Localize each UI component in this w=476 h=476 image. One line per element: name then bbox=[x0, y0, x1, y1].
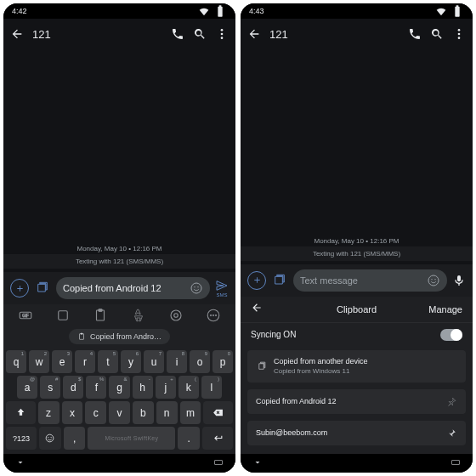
svg-rect-10 bbox=[99, 309, 103, 312]
svg-rect-18 bbox=[81, 333, 83, 335]
phone-right: 4:43 121 Monday, May 10 • 12:16 PM Texti… bbox=[241, 3, 473, 473]
keyboard-switch-icon[interactable] bbox=[450, 456, 461, 471]
clip-subtext: Copied from Windows 11 bbox=[274, 367, 457, 376]
message-input[interactable]: Copied from Android 12 bbox=[56, 277, 210, 299]
period-key[interactable]: . bbox=[178, 427, 200, 450]
message-input[interactable]: Text message bbox=[293, 269, 447, 292]
send-button[interactable]: SMS bbox=[215, 279, 229, 298]
search-icon[interactable] bbox=[193, 27, 207, 41]
key-k[interactable]: k( bbox=[178, 376, 199, 399]
key-w[interactable]: w2 bbox=[29, 350, 49, 373]
comma-key[interactable]: , bbox=[64, 427, 86, 450]
manage-button[interactable]: Manage bbox=[428, 304, 462, 314]
enter-key[interactable] bbox=[202, 427, 233, 450]
clipboard-icon[interactable] bbox=[93, 308, 108, 323]
svg-point-21 bbox=[51, 437, 52, 438]
clock: 4:43 bbox=[249, 7, 264, 15]
mic-icon[interactable] bbox=[452, 274, 466, 287]
key-o[interactable]: o9 bbox=[190, 350, 210, 373]
space-key[interactable]: Microsoft SwiftKey bbox=[88, 427, 175, 450]
key-m[interactable]: m bbox=[180, 401, 201, 424]
status-bar: 4:42 bbox=[3, 3, 235, 19]
composer-bar: Copied from Android 12 SMS bbox=[3, 272, 235, 304]
key-y[interactable]: y6 bbox=[121, 350, 141, 373]
nav-chevron-icon[interactable] bbox=[252, 456, 263, 471]
back-icon[interactable] bbox=[10, 27, 24, 41]
back-icon[interactable] bbox=[247, 27, 261, 41]
backspace-key[interactable] bbox=[203, 401, 233, 424]
battery-icon bbox=[213, 4, 227, 18]
key-z[interactable]: z bbox=[38, 401, 60, 424]
svg-point-16 bbox=[215, 314, 217, 316]
date-header: Monday, May 10 • 12:16 PM bbox=[314, 237, 399, 245]
clock: 4:42 bbox=[12, 7, 27, 15]
sync-label: Syncing ON bbox=[251, 330, 296, 339]
gallery-button[interactable] bbox=[34, 280, 51, 297]
clipboard-header: Clipboard Manage bbox=[241, 297, 473, 323]
shift-key[interactable] bbox=[6, 401, 36, 424]
emoji-icon[interactable] bbox=[190, 281, 203, 295]
key-q[interactable]: q1 bbox=[6, 350, 26, 373]
key-c[interactable]: c bbox=[85, 401, 106, 424]
svg-rect-17 bbox=[79, 334, 83, 340]
clipboard-item[interactable]: Copied from another device Copied from W… bbox=[247, 350, 466, 382]
key-g[interactable]: g& bbox=[109, 376, 129, 399]
key-h[interactable]: h- bbox=[133, 376, 153, 399]
clipboard-item[interactable]: Copied from Android 12 bbox=[247, 389, 466, 414]
key-f[interactable]: f% bbox=[86, 376, 106, 399]
clipboard-title: Clipboard bbox=[337, 304, 377, 314]
symbols-key[interactable]: ?123 bbox=[6, 427, 37, 450]
conversation-area: Monday, May 10 • 12:16 PM Texting with 1… bbox=[241, 49, 473, 264]
key-d[interactable]: d$ bbox=[63, 376, 83, 399]
search-icon[interactable] bbox=[430, 27, 444, 41]
sync-toggle[interactable] bbox=[440, 329, 462, 341]
battery-icon bbox=[450, 4, 464, 18]
call-icon[interactable] bbox=[408, 27, 422, 41]
nav-chevron-icon[interactable] bbox=[15, 456, 26, 471]
more-icon[interactable] bbox=[215, 27, 229, 41]
conversation-title[interactable]: 121 bbox=[32, 28, 162, 41]
more-apps-icon[interactable] bbox=[206, 308, 221, 323]
emoji-key[interactable] bbox=[39, 427, 61, 450]
svg-point-5 bbox=[197, 286, 198, 287]
key-r[interactable]: r4 bbox=[75, 350, 95, 373]
settings-icon[interactable] bbox=[168, 308, 184, 323]
clip-text: Copied from Android 12 bbox=[256, 397, 439, 407]
status-bar: 4:43 bbox=[241, 3, 473, 19]
key-a[interactable]: a@ bbox=[17, 376, 37, 399]
key-j[interactable]: j+ bbox=[156, 376, 176, 399]
key-n[interactable]: n bbox=[156, 401, 178, 424]
pin-filled-icon[interactable] bbox=[446, 428, 457, 439]
keyboard-keys: q1w2e3r4t5y6u7i8o9p0 a@s#d$f%g&h-j+k(l) … bbox=[3, 348, 235, 454]
key-b[interactable]: b bbox=[133, 401, 154, 424]
clipboard-suggestion[interactable]: Copied from Andro… bbox=[69, 329, 170, 344]
call-icon[interactable] bbox=[171, 27, 184, 41]
keyboard-switch-icon[interactable] bbox=[213, 456, 224, 471]
key-t[interactable]: t5 bbox=[98, 350, 118, 373]
pin-outline-icon[interactable] bbox=[446, 396, 457, 407]
gif-icon[interactable]: GIF bbox=[18, 308, 33, 323]
key-l[interactable]: l) bbox=[201, 376, 222, 399]
sticker-icon[interactable] bbox=[55, 308, 71, 323]
emoji-icon[interactable] bbox=[427, 274, 440, 287]
svg-point-2 bbox=[221, 37, 224, 39]
key-u[interactable]: u7 bbox=[144, 350, 164, 373]
gallery-button[interactable] bbox=[271, 272, 288, 289]
key-p[interactable]: p0 bbox=[212, 350, 233, 373]
svg-text:GIF: GIF bbox=[22, 314, 29, 318]
key-s[interactable]: s# bbox=[40, 376, 60, 399]
translate-icon[interactable] bbox=[131, 308, 146, 323]
suggestion-text: Copied from Andro… bbox=[90, 332, 162, 341]
svg-point-11 bbox=[171, 310, 181, 320]
conversation-title[interactable]: 121 bbox=[269, 28, 400, 41]
suggestion-bar: Copied from Andro… bbox=[3, 326, 235, 348]
more-icon[interactable] bbox=[452, 27, 466, 41]
clipboard-item[interactable]: Subin@beebom.com bbox=[247, 421, 466, 445]
key-v[interactable]: v bbox=[109, 401, 130, 424]
add-button[interactable] bbox=[247, 271, 266, 290]
add-button[interactable] bbox=[10, 279, 29, 298]
key-i[interactable]: i8 bbox=[167, 350, 187, 373]
key-x[interactable]: x bbox=[62, 401, 83, 424]
key-e[interactable]: e3 bbox=[52, 350, 72, 373]
clipboard-back-icon[interactable] bbox=[251, 302, 263, 317]
